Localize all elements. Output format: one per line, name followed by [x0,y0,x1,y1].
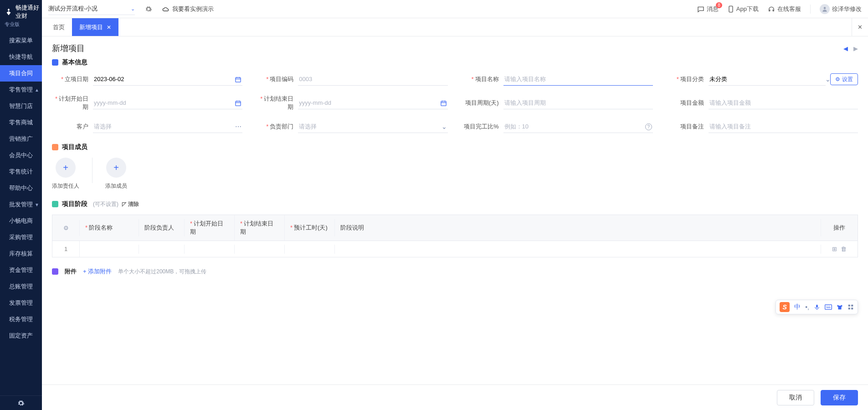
save-button[interactable]: 保存 [821,390,858,405]
message-badge: 8 [716,2,722,8]
ime-menu-icon[interactable] [847,304,854,310]
close-icon[interactable]: ✕ [107,24,111,31]
next-icon[interactable]: ▶ [853,45,858,52]
cancel-button[interactable]: 取消 [777,390,814,405]
topbar-service[interactable]: 在线客服 [768,5,801,13]
topbar-user[interactable]: 徐泽华修改 [820,4,862,14]
footer-bar: 取消 保存 [42,384,868,410]
sidebar-item-help-center[interactable]: 帮助中心 [0,180,42,196]
env-selector[interactable]: 测试分开流程-小况 ⌄ [48,3,135,15]
add-row-icon[interactable]: ⊞ [832,246,837,252]
topbar: 测试分开流程-小况 ⌄ 我要看实例演示 消息 8 App下载 [42,0,868,18]
name-input[interactable] [503,73,653,86]
sidebar-item-wholesale[interactable]: 批发管理▼ [0,196,42,213]
period-input[interactable] [503,97,653,109]
tab-new-project[interactable]: 新增项目 ✕ [72,18,118,36]
field-customer: 客户 ⋯ [52,120,242,133]
sidebar-settings[interactable] [0,395,42,410]
plan-end-input[interactable] [298,97,447,109]
sidebar-search[interactable]: 搜索菜单 [0,32,42,49]
customer-select[interactable] [93,120,242,133]
sidebar-item-funds[interactable]: 资金管理 [0,262,42,278]
chevron-down-icon: ⌄ [131,6,135,12]
section-icon [52,59,58,66]
divider [810,5,811,14]
stage-hours-cell[interactable] [285,245,335,254]
section-attachments: 附件 + 添加附件 单个大小不超过200MB，可拖拽上传 [52,267,858,276]
ime-keyboard-icon[interactable] [825,304,832,310]
remark-input[interactable] [709,120,858,133]
section-members: 项目成员 + 添加责任人 + 添加成员 [52,143,858,190]
sidebar-item-invoice[interactable]: 发票管理 [0,295,42,311]
stage-table-row[interactable]: 1 ⊞ 🗑 [52,241,858,257]
env-settings-icon[interactable] [145,5,152,13]
more-icon[interactable]: ⋯ [235,123,241,130]
dept-select[interactable] [298,120,447,133]
stage-name-cell[interactable] [80,245,139,254]
sidebar-item-retail-manage[interactable]: 零售管理▲ [0,82,42,98]
sidebar-quicknav[interactable]: 快捷导航 [0,49,42,65]
plan-start-input[interactable] [93,97,242,109]
gear-icon: ⚙ [835,76,840,82]
brand-edition: 专业版 [0,21,42,32]
field-amount: 项目金额 [668,95,858,111]
section-members-head: 项目成员 [52,143,858,151]
category-select[interactable] [709,73,826,86]
help-icon[interactable]: ? [645,123,652,130]
sidebar: 畅捷通好业财 专业版 搜索菜单 快捷导航 项目合同 零售管理▲ 智慧门店 零售商… [0,0,42,410]
sidebar-item-marketing[interactable]: 营销推广 [0,131,42,147]
stage-end-cell[interactable] [235,245,285,254]
code-input[interactable] [298,73,447,86]
svg-rect-7 [848,305,850,307]
ime-toolbar[interactable]: S 中 •, [776,300,858,314]
sidebar-item-member-center[interactable]: 会员中心 [0,147,42,164]
eraser-icon: ◸ [122,201,126,207]
ime-skin-icon[interactable] [837,304,843,310]
sidebar-item-fixed-assets[interactable]: 固定资产 [0,328,42,344]
ime-voice-icon[interactable] [814,304,820,310]
sidebar-item-purchase[interactable]: 采购管理 [0,229,42,246]
topbar-messages[interactable]: 消息 8 [697,5,719,13]
sidebar-item-inventory[interactable]: 库存核算 [0,246,42,262]
category-setting-button[interactable]: ⚙ 设置 [830,73,858,85]
brand-name: 畅捷通好业财 [15,4,39,20]
sidebar-item-tax[interactable]: 税务管理 [0,311,42,328]
add-owner-slot: + 添加责任人 [52,158,79,190]
topbar-right: 消息 8 App下载 在线客服 徐泽华修改 [697,4,862,14]
add-member-slot: + 添加成员 [105,158,127,190]
delete-row-icon[interactable]: 🗑 [841,246,847,252]
close-all-tabs[interactable]: ✕ [852,18,868,36]
amount-input[interactable] [709,97,858,109]
demo-link[interactable]: 我要看实例演示 [162,5,214,13]
stage-op-cell[interactable]: ⊞ 🗑 [821,241,858,257]
stage-desc-cell[interactable] [335,245,821,254]
sidebar-item-retail-stats[interactable]: 零售统计 [0,164,42,180]
topbar-app-download[interactable]: App下载 [728,5,759,13]
complete-input[interactable] [503,120,653,133]
stage-start-cell[interactable] [185,245,235,254]
gear-icon[interactable]: ⚙ [52,220,80,236]
prev-icon[interactable]: ◀ [843,45,848,52]
sidebar-item-ecommerce[interactable]: 小畅电商 [0,213,42,229]
stage-table-header: ⚙ 阶段名称 阶段负责人 计划开始日期 计划结束日期 预计工时(天) 阶段说明 … [52,215,858,241]
add-member-button[interactable]: + [106,158,126,178]
field-est-date: 立项日期 [52,73,242,86]
est-date-input[interactable] [93,73,242,86]
tab-home[interactable]: 首页 [46,18,72,36]
stage-table: ⚙ 阶段名称 阶段负责人 计划开始日期 计划结束日期 预计工时(天) 阶段说明 … [52,215,858,257]
message-icon [697,5,704,13]
stage-owner-cell[interactable] [139,245,185,254]
sidebar-item-smart-store[interactable]: 智慧门店 [0,98,42,114]
clear-stages-button[interactable]: ◸ 清除 [122,200,139,208]
cloud-icon [162,6,169,12]
add-attachment-button[interactable]: + 添加附件 [83,267,112,276]
attach-hint: 单个大小不超过200MB，可拖拽上传 [118,268,206,276]
content-scroll[interactable]: 基本信息 立项日期 项目编码 项目名称 [42,58,868,384]
sidebar-item-project-contract[interactable]: 项目合同 [0,65,42,82]
sidebar-item-ledger[interactable]: 总账管理 [0,278,42,295]
field-name: 项目名称 [462,73,653,86]
ime-punct-icon[interactable]: •, [805,303,809,311]
add-owner-button[interactable]: + [56,158,76,178]
sidebar-item-retail-mall[interactable]: 零售商城 [0,114,42,131]
ime-lang[interactable]: 中 [794,303,801,311]
